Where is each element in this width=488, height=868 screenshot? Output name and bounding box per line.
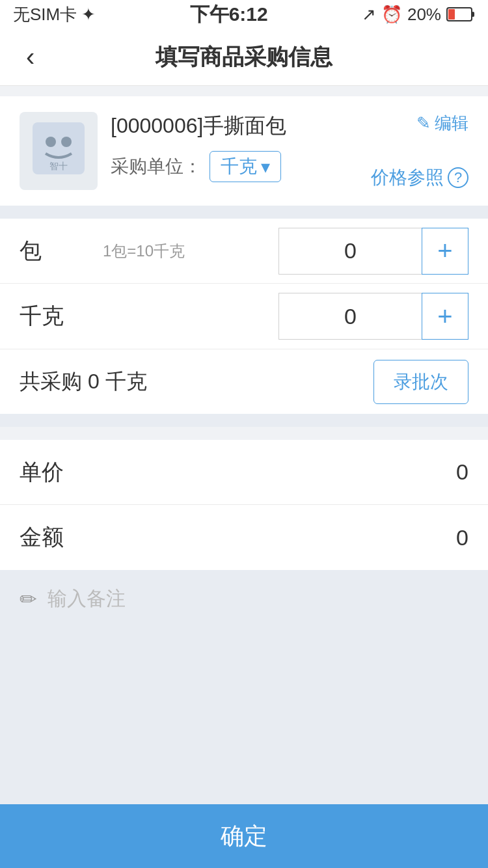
status-right: ↗ ⏰ 20% [362,5,475,25]
back-button[interactable]: ‹ [20,36,41,78]
package-label: 包 [20,236,98,266]
summary-section: 共采购 0 千克 录批次 [0,349,488,414]
unit-price-label: 单价 [20,457,64,487]
summary-row: 共采购 0 千克 录批次 [0,349,488,414]
alarm-icon: ⏰ [381,5,402,25]
battery-icon [446,7,475,21]
product-name: [0000006]手撕面包 [111,112,468,141]
notes-placeholder: 输入备注 [47,586,126,612]
info-section: 单价 0 金额 0 [0,440,488,570]
status-left: 无SIM卡 ✦ [13,3,96,26]
status-bar: 无SIM卡 ✦ 下午6:12 ↗ ⏰ 20% [0,0,488,29]
amount-value: 0 [456,525,468,550]
package-input-right: + [278,228,468,275]
svg-point-4 [46,137,56,147]
battery-percent: 20% [407,5,441,25]
package-sublabel: 1包=10千克 [103,241,185,262]
unit-select[interactable]: 千克 ▾ [210,151,281,182]
package-plus-button[interactable]: + [422,228,468,275]
unit-label: 采购单位： [111,154,202,179]
kg-input-row: 千克 + [0,284,488,349]
product-logo: 智十 [33,122,85,180]
svg-rect-1 [448,9,455,20]
edit-icon: ✎ [416,113,431,133]
amount-label: 金额 [20,522,64,552]
unit-price-row: 单价 0 [0,440,488,505]
kg-plus-button[interactable]: + [422,293,468,340]
unit-price-value: 0 [456,459,468,485]
info-icon: ? [448,167,468,188]
package-input-row: 包 1包=10千克 + [0,219,488,284]
status-time: 下午6:12 [190,1,268,28]
svg-rect-2 [472,12,474,17]
nav-bar: ‹ 填写商品采购信息 [0,29,488,86]
input-section: 包 1包=10千克 + 千克 + [0,219,488,349]
svg-point-5 [61,137,72,147]
notes-section[interactable]: ✏ 输入备注 [0,570,488,628]
batch-button[interactable]: 录批次 [373,360,468,404]
dropdown-icon: ▾ [261,156,270,178]
confirm-button[interactable]: 确定 [0,804,488,868]
sim-status: 无SIM卡 ✦ [13,3,96,26]
price-ref-button[interactable]: 价格参照 ? [371,165,468,190]
location-icon: ↗ [362,5,376,25]
svg-text:智十: 智十 [49,161,68,171]
product-card: 智十 [0000006]手撕面包 采购单位： 千克 ▾ ✎ 编辑 价格参照 ? [0,96,488,206]
amount-row: 金额 0 [0,505,488,570]
summary-text: 共采购 0 千克 [20,368,147,396]
edit-button[interactable]: ✎ 编辑 [416,112,468,135]
product-image: 智十 [20,112,98,190]
page-title: 填写商品采购信息 [156,42,332,72]
section-divider-2 [0,414,488,427]
kg-label: 千克 [20,301,98,331]
section-divider-1 [0,206,488,219]
kg-input[interactable] [278,293,422,340]
package-input[interactable] [278,228,422,275]
pencil-icon: ✏ [20,587,37,612]
kg-input-right: + [278,293,468,340]
